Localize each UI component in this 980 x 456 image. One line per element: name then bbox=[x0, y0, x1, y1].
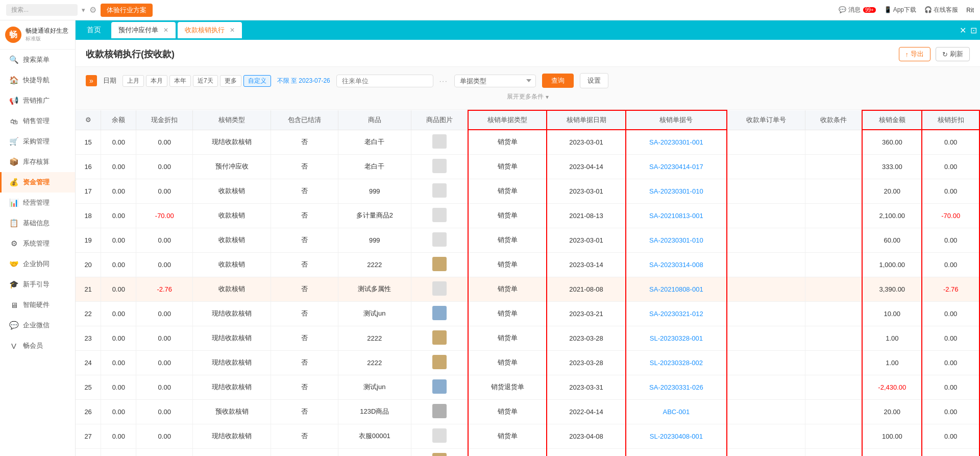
writeoff-doc-link[interactable]: SA-20230314-008 bbox=[649, 261, 703, 269]
cell-writeoff-doc-no[interactable]: SA-20230301-010 bbox=[626, 228, 727, 252]
cell-writeoff-doc-no[interactable]: SL-20230328-002 bbox=[626, 350, 727, 375]
date-btn-this-year[interactable]: 本年 bbox=[169, 75, 191, 87]
sidebar-item-wechat[interactable]: 💬 企业微信 bbox=[0, 315, 75, 335]
th-writeoff-doc-date: 核销单据日期 bbox=[547, 110, 625, 130]
from-unit-input[interactable] bbox=[336, 75, 433, 87]
tab-prepay-close[interactable]: ✕ bbox=[163, 27, 168, 34]
query-button[interactable]: 查询 bbox=[542, 74, 574, 88]
sidebar-item-corp[interactable]: 🤝 企业协同 bbox=[0, 254, 75, 274]
product-image bbox=[432, 159, 447, 173]
sidebar-item-basic[interactable]: 📋 基础信息 bbox=[0, 213, 75, 233]
date-btn-last-month[interactable]: 上月 bbox=[122, 75, 144, 87]
sidebar-item-sales[interactable]: 🛍 销售管理 bbox=[0, 111, 75, 131]
guide-icon: 🎓 bbox=[9, 280, 19, 289]
industry-btn[interactable]: 体验行业方案 bbox=[101, 4, 153, 17]
writeoff-doc-link[interactable]: SA-20230414-017 bbox=[649, 163, 703, 171]
tab-collection-close[interactable]: ✕ bbox=[230, 27, 235, 34]
cell-writeoff-doc-date: 2023-04-18 bbox=[547, 448, 625, 456]
search-box[interactable]: 搜索... bbox=[6, 4, 78, 16]
app-download[interactable]: 📱 App下载 bbox=[884, 6, 916, 14]
date-btn-custom[interactable]: 自定义 bbox=[243, 75, 271, 87]
message-area[interactable]: 💬 消息 99+ bbox=[839, 6, 876, 14]
sidebar-item-guide[interactable]: 🎓 新手引导 bbox=[0, 274, 75, 295]
writeoff-doc-link[interactable]: ABC-001 bbox=[663, 408, 690, 416]
sidebar: 畅 畅捷通谁好生意 标准版 🔍 搜索菜单 🏠 快捷导航 📢 营销推广 🛍 销售管… bbox=[0, 20, 76, 456]
cell-writeoff-amount: 60.00 bbox=[862, 228, 922, 252]
th-settings[interactable]: ⚙ bbox=[76, 110, 101, 130]
filter-collapse-btn[interactable]: » bbox=[86, 75, 97, 86]
writeoff-doc-link[interactable]: SA-20230301-001 bbox=[649, 138, 703, 146]
tab-home[interactable]: 首页 bbox=[79, 20, 109, 40]
close-window-icon[interactable]: ✕ bbox=[960, 26, 966, 35]
export-button[interactable]: ↑ 导出 bbox=[899, 47, 931, 61]
online-service[interactable]: 🎧 在线客服 bbox=[924, 6, 958, 14]
writeoff-doc-link[interactable]: SA-20230321-012 bbox=[649, 310, 703, 318]
sidebar-item-capital[interactable]: 💰 资金管理 bbox=[0, 172, 75, 193]
expand-icon[interactable]: ⊡ bbox=[970, 26, 977, 35]
cell-writeoff-doc-date: 2023-03-28 bbox=[547, 326, 625, 350]
sidebar-item-inventory[interactable]: 📦 库存核算 bbox=[0, 152, 75, 172]
sidebar-item-marketing[interactable]: 📢 营销推广 bbox=[0, 90, 75, 111]
cell-writeoff-doc-no[interactable]: SA-20230301-010 bbox=[626, 179, 727, 203]
date-btn-7days[interactable]: 近7天 bbox=[193, 75, 218, 87]
writeoff-doc-link[interactable]: SL-20230328-002 bbox=[650, 359, 703, 367]
chevron-down-icon: ▾ bbox=[546, 93, 549, 101]
writeoff-doc-link[interactable]: SL-20230328-001 bbox=[650, 334, 703, 342]
cell-writeoff-doc-no[interactable]: SA-20210808-001 bbox=[626, 277, 727, 301]
sidebar-item-vip[interactable]: V 畅会员 bbox=[0, 335, 75, 356]
cell-receipt-condition bbox=[805, 252, 863, 277]
date-btn-this-month[interactable]: 本月 bbox=[146, 75, 167, 87]
table-row-27: 27 0.00 0.00 现结收款核销 否 衣服00001 销货单 2023-0… bbox=[76, 424, 979, 448]
sidebar-item-ops[interactable]: 📊 经营管理 bbox=[0, 193, 75, 213]
page-header: 收款核销执行(按收款) ↑ 导出 ↻ 刷新 bbox=[76, 40, 980, 67]
cell-receipt-condition bbox=[805, 203, 863, 228]
cell-writeoff-doc-no[interactable]: SA-20230331-026 bbox=[626, 375, 727, 399]
sidebar-item-purchase[interactable]: 🛒 采购管理 bbox=[0, 131, 75, 152]
cell-writeoff-doc-no[interactable]: SL-20230328-001 bbox=[626, 326, 727, 350]
sidebar-item-system[interactable]: ⚙ 系统管理 bbox=[0, 233, 75, 254]
sidebar-label-vip: 畅会员 bbox=[23, 341, 43, 350]
date-btn-more[interactable]: 更多 bbox=[220, 75, 241, 87]
cell-writeoff-doc-type: 销货单 bbox=[468, 252, 547, 277]
cell-product: 老白干 bbox=[338, 154, 411, 179]
single-doc-type-select[interactable]: 单据类型 bbox=[454, 75, 536, 87]
cell-writeoff-doc-no[interactable]: SA-20230414-017 bbox=[626, 154, 727, 179]
cell-receipt-order-no bbox=[727, 301, 805, 326]
sidebar-item-quick[interactable]: 🏠 快捷导航 bbox=[0, 70, 75, 90]
refresh-button[interactable]: ↻ 刷新 bbox=[936, 47, 970, 61]
cell-writeoff-doc-no[interactable]: SL-20230408-001 bbox=[626, 424, 727, 448]
cell-writeoff-doc-no[interactable]: SL-20230418-001 bbox=[626, 448, 727, 456]
writeoff-doc-link[interactable]: SA-20230301-010 bbox=[649, 236, 703, 244]
basic-icon: 📋 bbox=[9, 219, 19, 228]
cell-writeoff-doc-no[interactable]: SA-20230301-001 bbox=[626, 130, 727, 154]
tab-collection[interactable]: 收款核销执行 ✕ bbox=[178, 22, 242, 38]
user-label[interactable]: Rit bbox=[966, 7, 974, 14]
cell-writeoff-doc-no[interactable]: SA-20210813-001 bbox=[626, 203, 727, 228]
cell-product: 123D商品 bbox=[338, 399, 411, 424]
gear-icon[interactable]: ⚙ bbox=[89, 5, 96, 15]
sidebar-item-hardware[interactable]: 🖥 智能硬件 bbox=[0, 295, 75, 315]
setting-button[interactable]: 设置 bbox=[580, 73, 608, 88]
cell-writeoff-doc-type: 销货单 bbox=[468, 154, 547, 179]
cell-writeoff-doc-no[interactable]: SA-20230314-008 bbox=[626, 252, 727, 277]
sidebar-item-search[interactable]: 🔍 搜索菜单 bbox=[0, 50, 75, 70]
cell-include-settled: 否 bbox=[271, 326, 338, 350]
logo-text: 畅捷通谁好生意 标准版 bbox=[26, 27, 68, 42]
cell-writeoff-doc-type: 销货单 bbox=[468, 350, 547, 375]
writeoff-doc-link[interactable]: SA-20210813-001 bbox=[649, 212, 703, 220]
cell-balance: 0.00 bbox=[101, 228, 136, 252]
writeoff-doc-link[interactable]: SA-20210808-001 bbox=[649, 285, 703, 293]
sidebar-label-wechat: 企业微信 bbox=[23, 321, 50, 330]
tab-prepay[interactable]: 预付冲应付单 ✕ bbox=[111, 22, 176, 38]
expand-more-conditions[interactable]: 展开更多条件 ▾ bbox=[86, 92, 970, 101]
writeoff-doc-link[interactable]: SL-20230408-001 bbox=[650, 433, 703, 440]
writeoff-doc-link[interactable]: SA-20230331-026 bbox=[649, 383, 703, 391]
cell-receipt-order-no bbox=[727, 399, 805, 424]
cell-writeoff-discount: 0.00 bbox=[922, 179, 979, 203]
cell-writeoff-doc-no[interactable]: ABC-001 bbox=[626, 399, 727, 424]
cell-writeoff-doc-no[interactable]: SA-20230321-012 bbox=[626, 301, 727, 326]
writeoff-doc-link[interactable]: SA-20230301-010 bbox=[649, 187, 703, 195]
cell-product: 999 bbox=[338, 228, 411, 252]
cell-include-settled: 否 bbox=[271, 350, 338, 375]
table-row-23: 23 0.00 0.00 现结收款核销 否 2222 销货单 2023-03-2… bbox=[76, 326, 979, 350]
